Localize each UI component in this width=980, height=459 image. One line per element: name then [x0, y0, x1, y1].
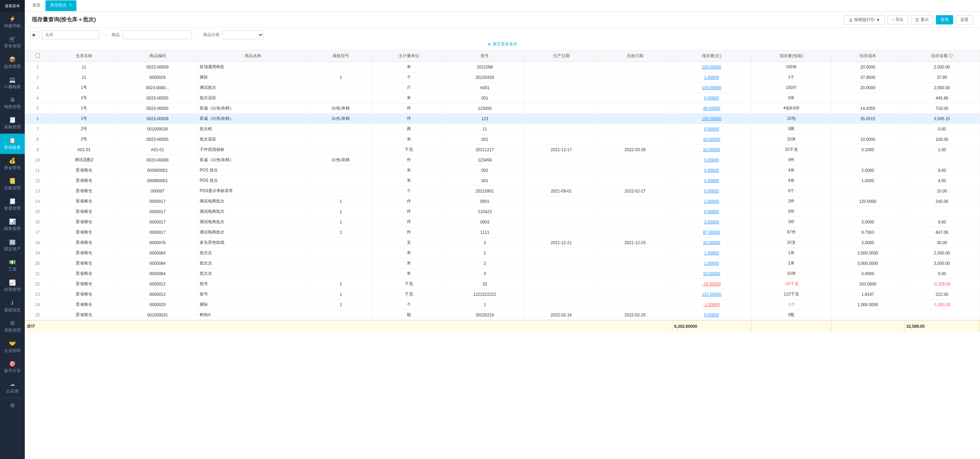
cell-qty-main[interactable]: 87.00000	[672, 227, 751, 237]
table-row[interactable]: 13 晋省粮仓 000097 POS显示率标异常 个 20210901 2021…	[25, 186, 980, 196]
sidebar-item-retail[interactable]: 🛒 零售管理	[0, 32, 25, 53]
cell-qty-main[interactable]: -16.00000	[672, 279, 751, 289]
table-row[interactable]: 17 晋省粮仓 0000017 测试电商批次 1 件 1111 87.00000…	[25, 227, 980, 237]
table-row[interactable]: 2 11 0000029 展际 1 个 20220429 1.00000 1个 …	[25, 72, 980, 83]
sidebar-item-tax[interactable]: 📊 税务管理	[0, 215, 25, 235]
sidebar-item-ecom[interactable]: 🖥 电商管理	[0, 93, 25, 113]
cell-warehouse: 晋省粮仓	[51, 227, 118, 237]
row-num: 17	[25, 227, 51, 237]
tab-inventory-batch[interactable]: 库存批次 ×	[45, 0, 76, 11]
table-row[interactable]: 10 测试适配2 0023-00008 富减（白色/灰棉） 白色/灰棉 件 12…	[25, 155, 980, 165]
tab-close-button[interactable]: ×	[69, 3, 72, 8]
cell-qty-main[interactable]: 3.00000	[672, 217, 751, 227]
sidebar-item-quick-nav[interactable]: ⚡ 快捷导航	[0, 12, 25, 32]
cell-qty-main[interactable]: 100.00000	[672, 83, 751, 93]
cell-qty-main[interactable]: 4.00000	[672, 165, 751, 175]
cell-qty-main[interactable]: 0.00000	[672, 155, 751, 165]
table-row[interactable]: 24 晋省粮仓 0000029 展际 1 个 1 -1.00000 -1个 1,…	[25, 300, 980, 310]
table-row[interactable]: 9 A01-01 A01-01 子件佰混箱标 千克 20211217 2021-…	[25, 145, 980, 155]
cell-qty-main[interactable]: 10.00000	[672, 145, 751, 155]
table-row[interactable]: 22 晋省粮仓 0000012 批号 1 千克 33 -16.00000 -16…	[25, 279, 980, 289]
table-row[interactable]: 21 晋省粮仓 0000084 批次次 米 3 10.00000 10米 0.0…	[25, 269, 980, 279]
sidebar-settings-button[interactable]: ⚙	[0, 398, 25, 413]
table-row[interactable]: 1 11 0023-00009 软顶通用构告 米 2021098 100.000…	[25, 62, 980, 72]
warehouse-filter-input[interactable]	[42, 30, 100, 39]
sidebar-item-basic[interactable]: ℹ 基础信息	[0, 296, 25, 316]
table-row[interactable]: 5 1号 0023-00005 富减（白色/灰棉） 白色/灰棉 件 123456…	[25, 103, 980, 114]
search-button[interactable]: 查询	[936, 15, 953, 24]
table-row[interactable]: 7 2号 001000026 批次框 两 11 0.00000 0两 0.00	[25, 124, 980, 134]
cell-qty-main[interactable]: 10.00000	[672, 269, 751, 279]
sidebar-item-cloud[interactable]: ☁ 云应用	[0, 378, 25, 398]
cell-exp-date: 2022-02-27	[598, 186, 672, 196]
print-button[interactable]: 🖨 按模版打印 ▼	[844, 15, 885, 24]
sidebar-logo[interactable]: 搜索菜单	[0, 0, 25, 12]
cell-qty-main[interactable]: 1.00000	[672, 248, 751, 258]
sidebar-item-purchase[interactable]: 🧾 采购管理	[0, 113, 25, 134]
cell-qty-main[interactable]: 2.00000	[672, 196, 751, 207]
display-button[interactable]: ☰ 显示	[911, 15, 933, 24]
cell-qty-main[interactable]: 1.00000	[672, 72, 751, 83]
table-container[interactable]: 仓库名称 商品编码 商品名称 规格型号 主计量单位 批号 生产日期 失效日期 现…	[25, 50, 980, 459]
cell-qty-main[interactable]: 100.00000	[672, 62, 751, 72]
table-row[interactable]: 18 晋省粮仓 0000078 多头异色软线 支 2 2021-12-21 20…	[25, 237, 980, 248]
cell-prod-date	[524, 62, 598, 72]
product-filter-label: 商品	[111, 32, 120, 38]
cell-qty-main[interactable]: 49.60000	[672, 103, 751, 114]
table-row[interactable]: 11 晋省粮仓 000900001 POS 批次 米 002 4.00000 4…	[25, 165, 980, 175]
cell-qty-main[interactable]: 4.00000	[672, 175, 751, 186]
settings-button[interactable]: 设置	[956, 15, 973, 24]
cell-warehouse: 1号	[51, 114, 118, 124]
cell-name: 富减（白色/灰棉）	[197, 155, 309, 165]
cell-qty-main[interactable]: 100.00000	[672, 114, 751, 124]
table-row[interactable]: 6 1号 0023-00008 富减（白色/灰棉） 白色/灰棉 件 123 10…	[25, 114, 980, 124]
table-row[interactable]: 25 晋省粮仓 001000031 鲜肉A 瓶 20220216 2022-02…	[25, 310, 980, 320]
cell-spec: 白色/灰棉	[309, 155, 373, 165]
expand-conditions-btn[interactable]: ▼ 展开更多条件	[30, 41, 975, 47]
category-filter-select[interactable]	[223, 30, 264, 39]
cell-qty-main[interactable]: 1.00000	[672, 258, 751, 269]
cell-qty-main[interactable]: 0.00000	[672, 186, 751, 196]
table-row[interactable]: 3 1号 0023-0000... 测试批次 斤 A001 100.00000 …	[25, 83, 980, 93]
select-all-checkbox[interactable]	[35, 53, 40, 58]
table-row[interactable]: 16 晋省粮仓 0000017 测试电商批次 1 件 0003 3.00000 …	[25, 217, 980, 227]
cell-qty-main[interactable]: 0.00000	[672, 310, 751, 320]
table-row[interactable]: 8 2号 0023-00005 批次适应 米 001 10.00000 10米 …	[25, 134, 980, 145]
cell-name: 子件佰混箱标	[197, 145, 309, 155]
sidebar-item-hr[interactable]: 💵 工资	[0, 255, 25, 276]
export-button[interactable]: ↑ 导出	[888, 15, 908, 24]
col-product-name: 商品名称	[197, 50, 309, 62]
cell-amount: -5,328.00	[904, 279, 980, 289]
sidebar-item-collab[interactable]: 🤝 企业协同	[0, 337, 25, 357]
table-row[interactable]: 20 晋省粮仓 0000084 批次次 米 2 1.00000 1米 3,000…	[25, 258, 980, 269]
sidebar-item-asset[interactable]: 💰 资金管理	[0, 154, 25, 174]
table-row[interactable]: 4 1号 0023-00005 批次适应 米 001 0.00000 0米 44…	[25, 93, 980, 103]
sidebar-item-invoice[interactable]: 🧾 发票管理	[0, 194, 25, 215]
cell-qty-main[interactable]: 0.00000	[672, 207, 751, 217]
sidebar-item-wholesale[interactable]: 📦 批发管理	[0, 53, 25, 73]
table-row[interactable]: 14 晋省粮仓 0000017 测试电商批次 1 件 0001 2.00000 …	[25, 196, 980, 207]
cell-qty-main[interactable]: 10.00000	[672, 237, 751, 248]
tab-home[interactable]: 首页	[27, 0, 45, 11]
cell-qty-main[interactable]: 0.00000	[672, 93, 751, 103]
sidebar-item-general[interactable]: 📒 总账管理	[0, 174, 25, 194]
cell-qty-main[interactable]: 122.00000	[672, 289, 751, 300]
filter-area: ▶ ··· 商品 ··· 商品分类 ▼ 展开更多条件	[25, 27, 980, 50]
sidebar-item-fixed-asset[interactable]: 🏢 固定资产	[0, 235, 25, 255]
table-row[interactable]: 23 晋省粮仓 0000012 批号 1 千克 1222222222 122.0…	[25, 289, 980, 300]
table-row[interactable]: 12 晋省粮仓 000900001 POS 批次 米 001 4.00000 4…	[25, 175, 980, 186]
filter-expand-btn[interactable]: ▶	[30, 31, 39, 38]
col-checkbox[interactable]	[25, 50, 51, 62]
sidebar-item-inventory[interactable]: 📋 库存核查	[0, 134, 25, 154]
table-row[interactable]: 15 晋省粮仓 0000017 测试电商批次 1 件 210423 0.0000…	[25, 207, 980, 217]
cell-qty-main[interactable]: -1.00000	[672, 300, 751, 310]
table-row[interactable]: 19 晋省粮仓 0000084 批次次 米 1 1.00000 1米 2,000…	[25, 248, 980, 258]
sidebar-item-small-ecom[interactable]: 💻 小额电商	[0, 73, 25, 93]
cell-warehouse: 晋省粮仓	[51, 196, 118, 207]
product-filter-input[interactable]	[123, 30, 191, 39]
sidebar-item-system[interactable]: ⚙ 系统管理	[0, 316, 25, 337]
sidebar-item-ops[interactable]: 📈 经营管理	[0, 276, 25, 296]
cell-qty-main[interactable]: 0.00000	[672, 124, 751, 134]
sidebar-item-guide[interactable]: 🎯 新手引导	[0, 357, 25, 378]
cell-qty-main[interactable]: 10.00000	[672, 134, 751, 145]
